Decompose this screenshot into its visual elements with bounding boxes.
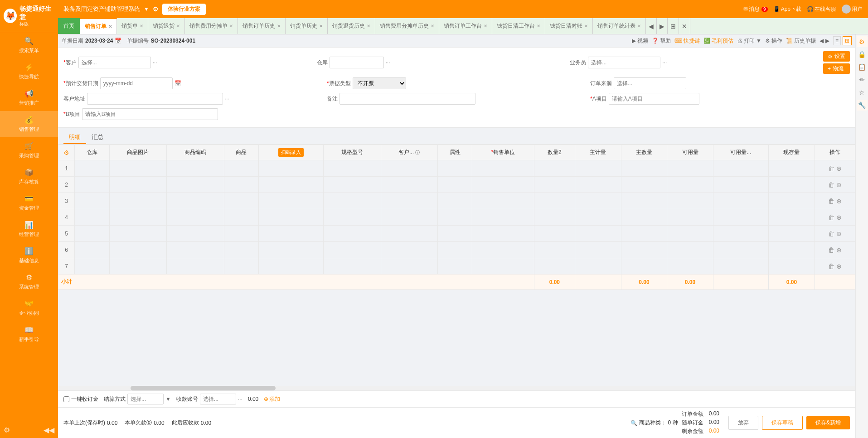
sidebar-item-purchase[interactable]: 🛒 采购管理	[0, 137, 58, 164]
tab-sales-return[interactable]: 销货退货 ✕	[148, 18, 185, 34]
view-btn[interactable]: ▶ 视频	[632, 37, 648, 45]
right-panel-edit-btn[interactable]: ✏	[857, 74, 868, 85]
tab-fee-history[interactable]: 销售费用分摊单历史 ✕	[375, 18, 439, 34]
detail-tab-summary[interactable]: 汇总	[86, 131, 109, 144]
delete-row-btn[interactable]: 🗑	[828, 181, 834, 188]
card-view-btn[interactable]: ⊞	[843, 36, 852, 45]
delete-row-btn[interactable]: 🗑	[828, 246, 834, 254]
tab-next-btn[interactable]: ▶	[657, 18, 668, 34]
delete-row-btn[interactable]: 🗑	[828, 214, 834, 221]
sidebar-item-search[interactable]: 🔍 搜索菜单	[0, 32, 58, 58]
delete-row-btn[interactable]: 🗑	[828, 263, 834, 270]
sidebar-item-shortcut[interactable]: ⚡ 快捷导航	[0, 58, 58, 85]
tab-prev-btn[interactable]: ◀	[646, 18, 657, 34]
history-btn[interactable]: 📜 历史单据	[786, 37, 816, 45]
right-panel-settings-btn[interactable]: ⚙	[857, 36, 868, 47]
list-view-btn[interactable]: ≡	[833, 36, 841, 45]
sidebar-item-basic[interactable]: ℹ️ 基础信息	[0, 242, 58, 269]
remark-input[interactable]	[339, 93, 475, 105]
tab-stats[interactable]: 销售订单统计表 ✕	[593, 18, 646, 34]
settings-btn[interactable]: ⚙ 设置	[823, 51, 850, 62]
invoice-select[interactable]: 不开票 增值税普通发票 增值税专用发票	[353, 77, 406, 89]
calendar2-icon[interactable]: 📅	[175, 80, 181, 87]
collapse-icon[interactable]: ◀◀	[44, 426, 54, 434]
delete-row-btn[interactable]: 🗑	[828, 230, 834, 237]
tab-close-sales-order[interactable]: ✕	[108, 24, 112, 29]
message-btn[interactable]: ✉ 消息 9	[743, 5, 768, 13]
payment-dropdown-icon[interactable]: ▼	[165, 396, 171, 402]
tab-workbench[interactable]: 销售订单工作台 ✕	[439, 18, 492, 34]
right-panel-lock-btn[interactable]: 🔒	[857, 49, 868, 60]
tab-fee-split[interactable]: 销售费用分摊单 ✕	[185, 18, 238, 34]
grid-scroll-wrap[interactable]: ⚙ 仓库 商品图片 商品编码 商品 扫码录入 规格型号 客户... ⓘ	[58, 144, 855, 386]
right-panel-star-btn[interactable]: ☆	[857, 87, 868, 98]
shortcut-btn[interactable]: ⌨ 快捷键	[674, 37, 700, 45]
next-record-btn[interactable]: ▶	[825, 38, 829, 44]
account-more-btn[interactable]: ···	[238, 396, 242, 402]
payment-input[interactable]	[127, 394, 164, 404]
scrollbar-thumb[interactable]	[131, 386, 276, 390]
tab-close-fee-split[interactable]: ✕	[229, 24, 233, 29]
salesperson-more-btn[interactable]: ···	[662, 59, 667, 66]
tab-return-history[interactable]: 销货退货历史 ✕	[328, 18, 375, 34]
b-project-input[interactable]	[82, 108, 218, 120]
customer-more-btn[interactable]: ···	[153, 59, 157, 66]
delete-row-btn[interactable]: 🗑	[828, 197, 834, 205]
discard-button[interactable]: 放弃	[728, 416, 758, 430]
addr-input[interactable]	[87, 93, 223, 105]
online-service-btn[interactable]: 🎧 在线客服	[807, 5, 836, 13]
tab-expand-btn[interactable]: ⊞	[668, 18, 679, 34]
sidebar-item-operation[interactable]: 📊 经营管理	[0, 216, 58, 242]
scan-button[interactable]: 扫码录入	[278, 148, 304, 157]
add-material-btn[interactable]: + 物流	[823, 63, 850, 74]
copy-row-btn[interactable]: ⊕	[836, 197, 842, 205]
customer-input[interactable]	[78, 57, 151, 68]
tab-sales-goods[interactable]: 销货单 ✕	[117, 18, 148, 34]
sidebar-item-finance[interactable]: 💳 资金管理	[0, 190, 58, 216]
sidebar-item-enterprise[interactable]: 🤝 企业协同	[0, 295, 58, 321]
copy-row-btn[interactable]: ⊕	[836, 181, 842, 188]
addr-more-btn[interactable]: ···	[225, 96, 229, 102]
sidebar-item-inventory[interactable]: 📦 库存核算	[0, 164, 58, 190]
salesperson-input[interactable]	[588, 57, 660, 68]
detail-tab-detail[interactable]: 明细	[63, 131, 86, 144]
system-dropdown-icon[interactable]: ▼	[144, 6, 149, 12]
add-payment-btn[interactable]: ⊕ 添加	[264, 395, 280, 403]
tab-close-order-history[interactable]: ✕	[277, 24, 281, 29]
save-draft-button[interactable]: 保存草稿	[762, 416, 803, 430]
horizontal-scrollbar[interactable]	[58, 386, 855, 390]
save-new-button[interactable]: 保存&新增	[806, 416, 850, 429]
warehouse-input[interactable]: 成品库	[330, 57, 384, 68]
delivery-input[interactable]	[100, 77, 173, 89]
col-scan[interactable]: 扫码录入	[259, 145, 324, 160]
user-btn[interactable]: 用户	[842, 5, 863, 14]
copy-row-btn[interactable]: ⊕	[836, 246, 842, 254]
sidebar-item-marketing[interactable]: 📢 营销推广	[0, 85, 58, 111]
tab-cash-reconcile[interactable]: 钱货日清对账 ✕	[545, 18, 593, 34]
right-panel-clipboard-btn[interactable]: 📋	[857, 62, 868, 72]
copy-row-btn[interactable]: ⊕	[836, 230, 842, 237]
tab-close-return-history[interactable]: ✕	[367, 24, 370, 29]
prev-record-btn[interactable]: ◀	[820, 38, 824, 44]
warehouse-more-btn[interactable]: ···	[386, 59, 390, 66]
tab-close-sales-goods[interactable]: ✕	[140, 24, 143, 29]
sidebar-item-newbie[interactable]: 📖 新手引导	[0, 321, 58, 347]
tab-close-sales-return[interactable]: ✕	[176, 24, 180, 29]
gear-icon[interactable]: ⚙	[63, 149, 69, 156]
right-panel-tool-btn[interactable]: 🔧	[857, 100, 868, 111]
tab-close-fee-history[interactable]: ✕	[431, 24, 434, 29]
tab-close-workbench[interactable]: ✕	[484, 24, 487, 29]
profit-btn[interactable]: 💹 毛利预估	[703, 37, 733, 45]
tab-close-stats[interactable]: ✕	[637, 24, 641, 29]
tab-cash-workbench[interactable]: 钱货日清工作台 ✕	[492, 18, 545, 34]
tab-order-history[interactable]: 销售订单历史 ✕	[238, 18, 286, 34]
tab-goods-history[interactable]: 销货单历史 ✕	[286, 18, 328, 34]
tab-close-all-btn[interactable]: ✕	[679, 18, 690, 34]
tab-close-cash-workbench[interactable]: ✕	[537, 24, 540, 29]
settings-icon[interactable]: ⚙	[4, 426, 10, 434]
delete-row-btn[interactable]: 🗑	[828, 165, 834, 172]
calendar-icon[interactable]: 📅	[115, 38, 121, 44]
sidebar-item-sales[interactable]: 💰 销售管理	[0, 111, 58, 137]
account-input[interactable]	[200, 394, 236, 404]
settings-gear-icon[interactable]: ⚙	[153, 5, 159, 13]
